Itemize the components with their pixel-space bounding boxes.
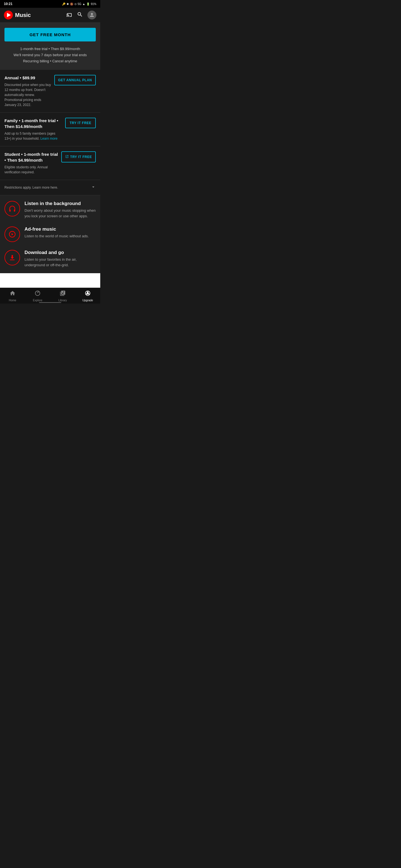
- bluetooth-icon: ✱: [66, 2, 69, 6]
- feature-background-desc: Don't worry about your music stopping wh…: [25, 208, 96, 219]
- family-plan-desc: Add up to 5 family members (ages 13+) in…: [4, 131, 62, 141]
- student-plan-title: Student • 1-month free trial • Then $4.9…: [4, 151, 58, 163]
- nav-library[interactable]: Library: [50, 290, 75, 302]
- hero-description: 1-month free trial • Then $9.99/month We…: [13, 46, 87, 64]
- feature-background-title: Listen in the background: [25, 201, 96, 207]
- feature-adfree-title: Ad-free music: [25, 226, 89, 232]
- annual-plan-title: Annual • $89.99: [4, 75, 52, 81]
- annual-plan-info: Annual • $89.99 Discounted price when yo…: [4, 75, 52, 107]
- feature-adfree-item: Ad-free music Listen to the world of mus…: [4, 226, 96, 242]
- nav-library-label: Library: [58, 299, 67, 302]
- features-section: Listen in the background Don't worry abo…: [0, 195, 100, 273]
- family-plan-title: Family • 1-month free trial • Then $14.9…: [4, 118, 62, 129]
- family-plan-info: Family • 1-month free trial • Then $14.9…: [4, 118, 62, 141]
- app-title: Music: [15, 12, 31, 18]
- annual-plan-item: Annual • $89.99 Discounted price when yo…: [0, 70, 100, 113]
- svg-point-0: [91, 13, 93, 15]
- app-header: Music: [0, 8, 100, 22]
- download-icon: [4, 250, 20, 266]
- restrictions-text: Restrictions apply. Learn more here.: [4, 186, 58, 189]
- headphones-icon: [4, 201, 20, 216]
- upgrade-icon: [85, 290, 91, 298]
- student-plan-item: Student • 1-month free trial • Then $4.9…: [0, 146, 100, 180]
- feature-download-item: Download and go Listen to your favorites…: [4, 250, 96, 268]
- cast-button[interactable]: [66, 11, 73, 19]
- explore-icon: [34, 290, 41, 298]
- family-try-free-button[interactable]: TRY IT FREE: [65, 118, 96, 128]
- location-icon: ⊙: [74, 2, 77, 6]
- play-circle-icon: [4, 226, 20, 242]
- battery-icon: 🔋: [86, 2, 90, 6]
- external-link-icon: [65, 155, 69, 159]
- trial-text: 1-month free trial • Then $9.99/month: [13, 46, 87, 52]
- get-free-month-button[interactable]: GET FREE MONTH: [4, 28, 96, 41]
- feature-adfree-desc: Listen to the world of music without ads…: [25, 234, 89, 239]
- library-icon: [60, 290, 66, 298]
- nav-home-label: Home: [9, 299, 17, 302]
- billing-text: Recurring billing • Cancel anytime: [13, 58, 87, 64]
- signal-bars-icon: ▲: [82, 2, 85, 6]
- annual-plan-desc: Discounted price when you buy 12 months …: [4, 82, 52, 107]
- feature-download-text: Download and go Listen to your favorites…: [25, 250, 96, 268]
- feature-background-text: Listen in the background Don't worry abo…: [25, 201, 96, 219]
- student-plan-info: Student • 1-month free trial • Then $4.9…: [4, 151, 58, 175]
- status-icons: 🔑 ✱ 🔕 ⊙ 5G ▲ 🔋 91%: [62, 2, 96, 6]
- feature-download-desc: Listen to your favorites in the air, und…: [25, 257, 96, 268]
- nav-explore-label: Explore: [33, 299, 42, 302]
- battery-label: 91%: [91, 2, 96, 6]
- reminder-text: We'll remind you 7 days before your tria…: [13, 52, 87, 58]
- family-plan-item: Family • 1-month free trial • Then $14.9…: [0, 113, 100, 146]
- nav-home[interactable]: Home: [0, 290, 25, 302]
- signal-label: 5G: [78, 2, 81, 6]
- student-plan-desc: Eligible students only. Annual verificat…: [4, 165, 58, 175]
- nav-upgrade-label: Upgrade: [82, 299, 93, 302]
- nav-upgrade[interactable]: Upgrade: [75, 290, 100, 302]
- user-avatar[interactable]: [87, 10, 96, 20]
- plans-section: Annual • $89.99 Discounted price when yo…: [0, 70, 100, 195]
- mute-icon: 🔕: [70, 2, 73, 6]
- youtube-logo: [4, 10, 13, 20]
- home-indicator: [39, 302, 61, 303]
- header-actions: [66, 10, 96, 20]
- bottom-navigation: Home Explore Library Upgrade: [0, 288, 100, 304]
- white-bar: [0, 273, 100, 288]
- status-bar: 10:21 🔑 ✱ 🔕 ⊙ 5G ▲ 🔋 91%: [0, 0, 100, 8]
- student-try-free-button[interactable]: TRY IT FREE: [61, 151, 96, 162]
- search-button[interactable]: [77, 11, 83, 19]
- status-time: 10:21: [4, 2, 12, 6]
- chevron-down-icon: [91, 184, 96, 191]
- nav-explore[interactable]: Explore: [25, 290, 50, 302]
- feature-background-item: Listen in the background Don't worry abo…: [4, 201, 96, 219]
- student-try-free-label: TRY IT FREE: [70, 155, 92, 159]
- get-annual-plan-button[interactable]: GET ANNUAL PLAN: [54, 75, 96, 85]
- hero-section: GET FREE MONTH 1-month free trial • Then…: [0, 22, 100, 70]
- family-learn-more-link[interactable]: Learn more: [40, 136, 57, 141]
- feature-adfree-text: Ad-free music Listen to the world of mus…: [25, 226, 89, 239]
- home-icon: [9, 290, 16, 298]
- key-icon: 🔑: [62, 2, 65, 6]
- feature-download-title: Download and go: [25, 250, 96, 255]
- play-icon: [7, 13, 11, 17]
- header-logo-area: Music: [4, 10, 31, 20]
- restrictions-row[interactable]: Restrictions apply. Learn more here.: [0, 180, 100, 195]
